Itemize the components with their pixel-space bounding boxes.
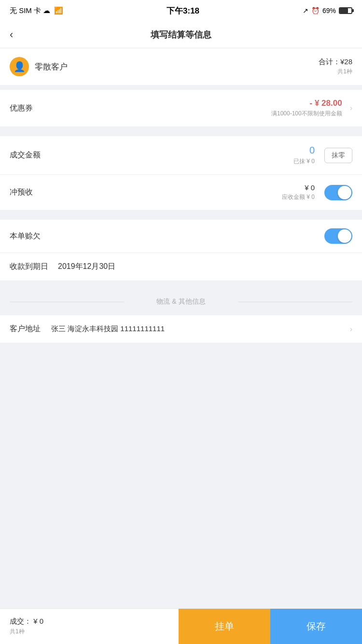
address-chevron-icon: › [350,325,352,334]
divider-3 [0,286,362,291]
avatar-icon: 👤 [14,61,26,72]
bottom-deal-label: 成交： [10,617,31,625]
customer-name: 零散客户 [35,61,68,72]
divider-1 [0,131,362,136]
customer-total: 合计：¥28 共1种 [319,57,352,76]
prepay-label: 冲预收 [10,187,48,197]
coupon-section: 优惠券 - ¥ 28.00 满1000-100不限制使用金额 › [0,90,362,126]
deal-amount-row: 成交金额 0 已抹 ¥ 0 抹零 [0,136,362,175]
credit-toggle[interactable] [324,228,352,244]
deal-amount-info: 0 已抹 ¥ 0 [293,145,315,166]
credit-section: 本单赊欠 收款到期日 2019年12月30日 [0,220,362,281]
divider-line-left [10,302,124,302]
deal-amount-sub: 已抹 ¥ 0 [293,157,315,166]
prepay-sub: 应收金额 ¥ 0 [282,193,315,201]
nav-bar: ‹ 填写结算等信息 [0,21,362,48]
status-right: ↗ ⏰ 69% [303,7,352,14]
prepay-toggle-knob [338,186,351,199]
deal-section: 成交金额 0 已抹 ¥ 0 抹零 冲预收 ¥ 0 应收金额 ¥ 0 [0,136,362,210]
prepay-row: 冲预收 ¥ 0 应收金额 ¥ 0 [0,175,362,210]
due-date-value: 2019年12月30日 [58,262,115,272]
coupon-discount: - ¥ 28.00 [271,98,342,108]
bottom-deal-value: ¥ 0 [33,617,43,625]
status-left: 无 SIM 卡 ☁ 📶 [10,6,63,15]
credit-label: 本单赊欠 [10,231,48,241]
hold-button[interactable]: 挂单 [179,609,270,644]
wifi-icon: 📶 [54,6,63,15]
bottom-deal-amount: 成交： ¥ 0 [10,617,169,626]
content: 👤 零散客户 合计：¥28 共1种 优惠券 - ¥ 28.00 满1000-10… [0,48,362,386]
total-count: 共1种 [319,68,352,76]
deal-amount-label: 成交金额 [10,150,48,160]
credit-row: 本单赊欠 [0,220,362,253]
deal-amount-value[interactable]: 0 [293,145,315,156]
coupon-right: - ¥ 28.00 满1000-100不限制使用金额 › [48,98,352,118]
address-row[interactable]: 客户地址 张三 海淀永丰科技园 11111111111 › [0,315,362,343]
location-icon: ↗ [303,7,308,14]
alarm-icon: ⏰ [311,7,320,14]
prepay-toggle[interactable] [324,185,352,200]
customer-section: 👤 零散客户 合计：¥28 共1种 [0,48,362,85]
back-button[interactable]: ‹ [10,28,13,41]
coupon-row[interactable]: 优惠券 - ¥ 28.00 满1000-100不限制使用金额 › [0,90,362,126]
coupon-label: 优惠券 [10,103,48,113]
due-date-label: 收款到期日 [10,262,48,272]
status-bar: 无 SIM 卡 ☁ 📶 下午3:18 ↗ ⏰ 69% [0,0,362,21]
credit-toggle-knob [338,229,351,243]
coupon-values: - ¥ 28.00 满1000-100不限制使用金额 [271,98,342,118]
bottom-bar: 成交： ¥ 0 共1种 挂单 保存 [0,608,362,644]
page-title: 填写结算等信息 [151,29,211,41]
divider-line-right [238,302,352,302]
deal-amount-right: 0 已抹 ¥ 0 抹零 [48,145,352,166]
due-date-row: 收款到期日 2019年12月30日 [0,253,362,281]
customer-left: 👤 零散客户 [10,57,68,76]
prepay-value: ¥ 0 [282,183,315,192]
bottom-count: 共1种 [10,628,169,636]
coupon-desc: 满1000-100不限制使用金额 [271,110,342,118]
prepay-info: ¥ 0 应收金额 ¥ 0 [282,183,315,201]
battery-icon [339,7,352,14]
status-time: 下午3:18 [167,5,199,16]
logistics-label: 物流 & 其他信息 [124,297,238,306]
coupon-chevron-icon: › [350,104,352,112]
customer-avatar: 👤 [10,57,29,76]
address-section: 客户地址 张三 海淀永丰科技园 11111111111 › [0,315,362,343]
bottom-info: 成交： ¥ 0 共1种 [0,617,179,636]
logistics-divider: 物流 & 其他信息 [0,291,362,313]
address-value: 张三 海淀永丰科技园 11111111111 [51,324,347,334]
divider-2 [0,215,362,220]
total-amount: 合计：¥28 [319,57,352,67]
battery-percent: 69% [322,7,336,14]
save-button[interactable]: 保存 [270,609,362,644]
sim-label: 无 SIM 卡 ☁ [10,6,50,15]
credit-right [48,228,352,244]
prepay-right: ¥ 0 应收金额 ¥ 0 [48,183,352,201]
round-down-button[interactable]: 抹零 [324,148,352,163]
customer-row[interactable]: 👤 零散客户 合计：¥28 共1种 [0,48,362,85]
address-label: 客户地址 [10,324,43,334]
